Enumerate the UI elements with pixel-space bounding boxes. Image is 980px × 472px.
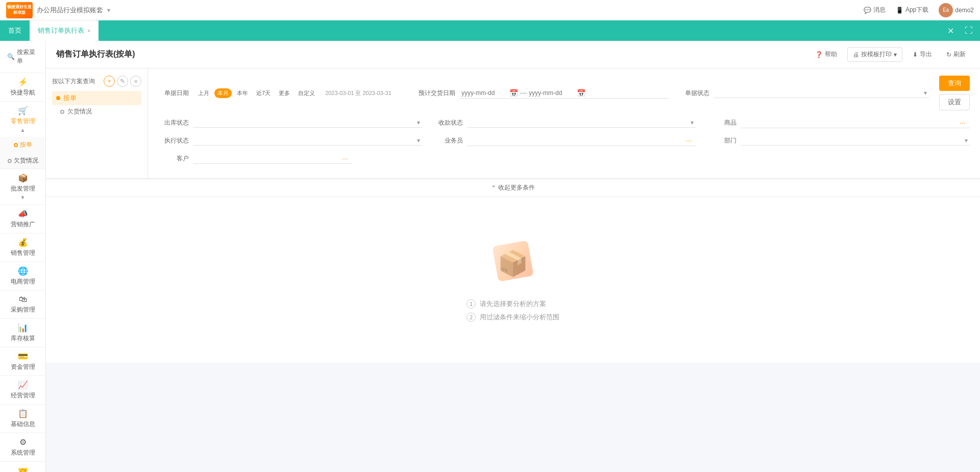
- sidebar-inventory-section: 📊 库存核算: [0, 319, 45, 347]
- expand-arrow-wholesale: ▼: [20, 195, 26, 200]
- sidebar-item-enterprise[interactable]: 🤝 企业协同: [0, 462, 45, 472]
- expected-date-end-input[interactable]: [529, 89, 575, 97]
- scheme-sub-debt[interactable]: 欠货情况: [52, 105, 141, 118]
- filter-field-goods: 商品 ···: [706, 117, 970, 128]
- page-header: 销售订单执行表(按单) ❓ 帮助 🖨 按模板打印 ▾ ⬇ 导出 ↻ 刷新: [46, 41, 980, 68]
- sidebar-sub-item-order[interactable]: 按单: [0, 137, 45, 153]
- edit-scheme-icon[interactable]: ✎: [117, 76, 128, 87]
- expected-date-start-input[interactable]: [461, 89, 507, 97]
- scheme-title-label: 按以下方案查询: [52, 77, 95, 86]
- hint-num-1: 1: [467, 299, 476, 309]
- top-bar: 畅捷通好生意 标准版 办公用品行业模拟账套 ▾ 💬 消息 📱 App下载 Ea …: [0, 0, 980, 20]
- salesperson-ellipsis-icon[interactable]: ···: [684, 136, 694, 145]
- sidebar-item-quick-nav[interactable]: ⚡ 快捷导航: [0, 73, 45, 101]
- customer-ellipsis-icon[interactable]: ···: [340, 154, 350, 162]
- sidebar-item-operation[interactable]: 📈 经营管理: [0, 376, 45, 404]
- goods-ellipsis-icon[interactable]: ···: [958, 119, 968, 127]
- sidebar-item-finance[interactable]: 💳 资金管理: [0, 347, 45, 375]
- filter-row-1: 单据日期 上月 本月 本年 近7天 更多 自定义 2023-03-01 至 20…: [158, 76, 970, 110]
- out-status-wrapper: ▾: [193, 118, 422, 128]
- avatar: Ea: [939, 3, 953, 17]
- export-button[interactable]: ⬇ 导出: [909, 48, 936, 61]
- sidebar-item-marketing[interactable]: 📣 营销推广: [0, 205, 45, 233]
- inactive-scheme-dot: [60, 110, 64, 114]
- query-button[interactable]: 查询: [939, 76, 970, 91]
- expected-date-range: 📅 — 📅: [459, 88, 669, 99]
- app-logo: 畅捷通好生意 标准版: [6, 2, 33, 18]
- help-button[interactable]: ❓ 帮助: [811, 48, 841, 61]
- receipt-status-dropdown-icon[interactable]: ▾: [691, 119, 694, 126]
- app-download-action[interactable]: 📱 App下载: [896, 6, 928, 14]
- customer-wrapper: ···: [193, 153, 352, 164]
- goods-label: 商品: [706, 119, 737, 127]
- empty-hint-item-1: 1 请先选择要分析的方案: [467, 299, 559, 309]
- filter-row-4: 客户 ···: [158, 153, 970, 164]
- sidebar-item-purchase[interactable]: 🛍 采购管理: [0, 291, 45, 318]
- sidebar-purchase-section: 🛍 采购管理: [0, 291, 45, 319]
- scheme-icons: + ✎ «: [104, 76, 141, 87]
- reset-button[interactable]: 设置: [939, 94, 970, 110]
- sidebar-operation-section: 📈 经营管理: [0, 376, 45, 405]
- tab-home[interactable]: 首页: [0, 20, 30, 41]
- empty-illustration: 📦: [487, 238, 538, 289]
- exec-status-label: 执行状态: [158, 136, 189, 145]
- sidebar-sub-item-debt[interactable]: 欠货情况: [0, 153, 45, 169]
- custom-btn[interactable]: 自定义: [295, 88, 318, 98]
- collapse-scheme-icon[interactable]: «: [130, 76, 141, 87]
- action-buttons: 查询 设置: [939, 76, 970, 110]
- page-title: 销售订单执行表(按单): [56, 49, 135, 60]
- collapse-filter-button[interactable]: ⌃ 收起更多条件: [46, 179, 980, 196]
- active-dot: [14, 143, 18, 147]
- dept-dropdown-icon[interactable]: ▾: [965, 137, 968, 144]
- status-dropdown-icon[interactable]: ▾: [924, 89, 927, 97]
- window-expand-icon[interactable]: ⛶: [962, 23, 976, 38]
- exec-status-dropdown-icon[interactable]: ▾: [417, 137, 420, 144]
- scheme-header: 按以下方案查询 + ✎ «: [52, 76, 141, 87]
- more-btn[interactable]: 更多: [276, 88, 293, 98]
- last7-btn[interactable]: 近7天: [253, 88, 274, 98]
- filter-field-customer: 客户 ···: [158, 153, 352, 164]
- out-status-dropdown-icon[interactable]: ▾: [417, 119, 420, 126]
- page-header-actions: ❓ 帮助 🖨 按模板打印 ▾ ⬇ 导出 ↻ 刷新: [811, 47, 970, 62]
- sidebar-wholesale-section: 📦 批发管理 ▼: [0, 169, 45, 205]
- this-month-btn[interactable]: 本月: [214, 88, 232, 98]
- sidebar-item-wholesale[interactable]: 📦 批发管理 ▼: [0, 169, 45, 204]
- calendar-end-icon[interactable]: 📅: [577, 89, 585, 97]
- receipt-status-label: 收款状态: [432, 119, 463, 127]
- sidebar-basic-section: 📋 基础信息: [0, 405, 45, 433]
- date-label: 单据日期: [158, 89, 189, 98]
- message-icon: 💬: [864, 7, 871, 14]
- top-dropdown-icon[interactable]: ▾: [107, 7, 110, 14]
- sidebar-retail-section: 🛒 零售管理 ▲ 按单 欠货情况: [0, 102, 45, 169]
- sidebar-item-ecommerce[interactable]: 🌐 电商管理: [0, 262, 45, 290]
- date-filter-buttons: 上月 本月 本年 近7天 更多 自定义: [195, 88, 318, 98]
- date-separator: —: [520, 89, 527, 97]
- filter-field-date: 单据日期 上月 本月 本年 近7天 更多 自定义 2023-03-01 至 20…: [158, 88, 408, 98]
- active-scheme-dot: [56, 96, 60, 100]
- status-field-wrapper: ▾: [714, 88, 929, 98]
- goods-wrapper: ···: [741, 117, 970, 128]
- content-area: 销售订单执行表(按单) ❓ 帮助 🖨 按模板打印 ▾ ⬇ 导出 ↻ 刷新: [46, 41, 980, 472]
- sidebar-search-label[interactable]: 🔍 搜索菜单: [4, 46, 41, 67]
- sidebar-item-basic[interactable]: 📋 基础信息: [0, 405, 45, 433]
- last-month-btn[interactable]: 上月: [195, 88, 212, 98]
- scheme-item-order[interactable]: 按单: [52, 91, 141, 105]
- tab-close-icon[interactable]: ×: [87, 28, 90, 34]
- filter-field-receipt-status: 收款状态 ▾: [432, 118, 696, 128]
- tab-active[interactable]: 销售订单执行表 ×: [30, 20, 99, 41]
- sidebar-item-inventory[interactable]: 📊 库存核算: [0, 319, 45, 347]
- sidebar-sub-retail: 按单 欠货情况: [0, 137, 45, 169]
- message-action[interactable]: 💬 消息: [864, 6, 886, 14]
- add-scheme-icon[interactable]: +: [104, 76, 115, 87]
- filter-panel: 按以下方案查询 + ✎ «: [46, 68, 980, 196]
- window-close-icon[interactable]: ✕: [943, 23, 958, 38]
- calendar-start-icon[interactable]: 📅: [509, 89, 518, 97]
- sidebar-item-sales[interactable]: 💰 销售管理: [0, 233, 45, 262]
- download-icon: 📱: [896, 7, 903, 14]
- user-profile[interactable]: Ea demo2: [939, 3, 974, 17]
- sidebar-item-retail[interactable]: 🛒 零售管理 ▲: [0, 102, 45, 137]
- sidebar-item-system[interactable]: ⚙ 系统管理: [0, 433, 45, 461]
- refresh-button[interactable]: ↻ 刷新: [942, 48, 970, 61]
- this-year-btn[interactable]: 本年: [234, 88, 251, 98]
- print-button[interactable]: 🖨 按模板打印 ▾: [847, 47, 902, 62]
